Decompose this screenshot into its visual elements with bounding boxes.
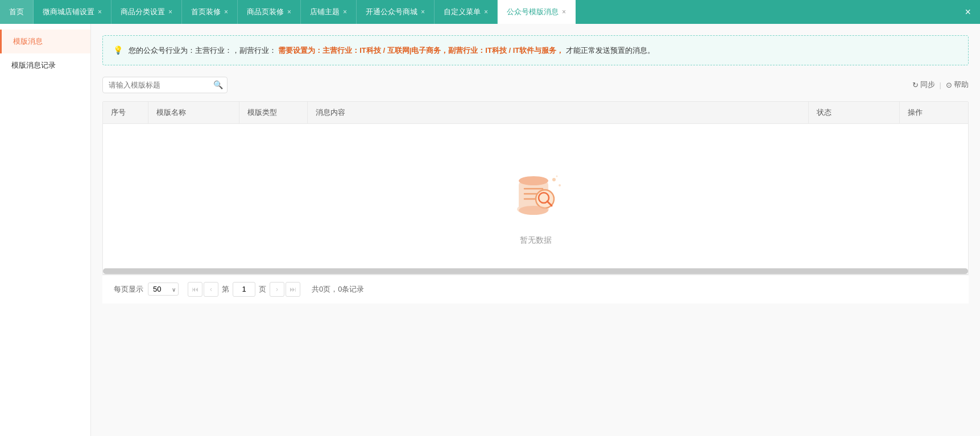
svg-point-9 — [552, 178, 556, 181]
page-nav: ⏮ ‹ 第 页 › ⏭ — [188, 282, 300, 297]
sidebar-item-template-msg-record-label: 模版消息记录 — [11, 61, 56, 69]
svg-point-12 — [519, 206, 548, 215]
tab-category-settings-label: 商品分类设置 — [121, 7, 165, 17]
table-header: 序号 模版名称 模版类型 消息内容 状态 操作 — [103, 102, 968, 124]
sync-help-area: ↻ 同步 | ⊙ 帮助 — [912, 80, 969, 90]
scrollbar-thumb[interactable] — [103, 268, 968, 274]
tab-bar: 首页 微商城店铺设置 × 商品分类设置 × 首页装修 × 商品页装修 × 店铺主… — [0, 0, 980, 24]
tab-home-decor-label: 首页装修 — [191, 7, 221, 17]
tab-product-decor[interactable]: 商品页装修 × — [238, 0, 301, 24]
search-icon[interactable]: 🔍 — [213, 80, 223, 89]
tab-store-settings-close[interactable]: × — [98, 8, 102, 16]
help-icon: ⊙ — [946, 81, 952, 89]
sidebar-item-template-msg[interactable]: 模版消息 — [0, 30, 90, 53]
sync-icon: ↻ — [912, 81, 919, 89]
tab-store-settings[interactable]: 微商城店铺设置 × — [34, 0, 111, 24]
svg-point-11 — [556, 175, 557, 177]
notice-prefix: 您的公众号行业为：主营行业：，副营行业： — [129, 46, 276, 55]
toolbar-divider: | — [940, 81, 941, 89]
main-layout: 模版消息 模版消息记录 💡 您的公众号行业为：主营行业：，副营行业： 需要设置为… — [0, 24, 980, 436]
tab-store-theme-close[interactable]: × — [343, 8, 347, 16]
tab-home-decor[interactable]: 首页装修 × — [182, 0, 238, 24]
horizontal-scrollbar[interactable] — [103, 268, 968, 274]
tab-open-mall[interactable]: 开通公众号商城 × — [357, 0, 435, 24]
global-close-btn[interactable]: × — [956, 6, 980, 18]
total-text: 共0页，0条记录 — [312, 284, 364, 294]
col-type: 模版类型 — [239, 102, 308, 123]
notice-icon: 💡 — [113, 45, 123, 55]
prev-page-btn[interactable]: ‹ — [204, 282, 218, 297]
empty-text: 暂无数据 — [520, 235, 552, 246]
empty-state: 暂无数据 — [103, 124, 968, 268]
svg-point-10 — [559, 184, 561, 186]
col-status: 状态 — [809, 102, 900, 123]
tab-open-mall-close[interactable]: × — [421, 8, 425, 16]
notice-highlight: 需要设置为：主营行业：IT科技 / 互联网|电子商务，副营行业：IT科技 / I… — [278, 46, 564, 55]
page-label-after: 页 — [259, 284, 266, 294]
help-button[interactable]: ⊙ 帮助 — [946, 80, 969, 90]
tab-home-label: 首页 — [9, 7, 24, 17]
col-action: 操作 — [900, 102, 968, 123]
tab-template-msg-label: 公众号模版消息 — [507, 7, 559, 17]
tab-custom-menu-label: 自定义菜单 — [444, 7, 481, 17]
notice-box: 💡 您的公众号行业为：主营行业：，副营行业： 需要设置为：主营行业：IT科技 /… — [102, 35, 969, 65]
data-table: 序号 模版名称 模版类型 消息内容 状态 操作 — [102, 101, 969, 275]
tab-custom-menu-close[interactable]: × — [484, 8, 488, 16]
help-label: 帮助 — [954, 80, 969, 90]
tab-category-settings-close[interactable]: × — [168, 8, 172, 16]
notice-suffix: 才能正常发送预置的消息。 — [566, 46, 655, 55]
first-page-btn[interactable]: ⏮ — [188, 282, 202, 297]
sidebar-item-template-msg-label: 模版消息 — [13, 37, 43, 45]
search-input-wrap: 🔍 — [102, 77, 228, 93]
tab-template-msg-close[interactable]: × — [562, 8, 566, 16]
next-page-btn[interactable]: › — [270, 282, 284, 297]
empty-illustration — [502, 158, 570, 226]
col-name: 模版名称 — [148, 102, 239, 123]
tab-category-settings[interactable]: 商品分类设置 × — [111, 0, 182, 24]
tab-store-theme[interactable]: 店铺主题 × — [301, 0, 357, 24]
page-input[interactable] — [233, 282, 255, 297]
tab-product-decor-close[interactable]: × — [287, 8, 291, 16]
tab-template-msg[interactable]: 公众号模版消息 × — [498, 0, 576, 24]
sidebar: 模版消息 模版消息记录 — [0, 24, 91, 436]
page-label-before: 第 — [222, 284, 229, 294]
tab-open-mall-label: 开通公众号商城 — [366, 7, 417, 17]
last-page-btn[interactable]: ⏭ — [286, 282, 300, 297]
page-size-wrap: 50 20 100 — [148, 283, 179, 296]
page-size-select[interactable]: 50 20 100 — [148, 283, 179, 296]
tab-home[interactable]: 首页 — [0, 0, 34, 24]
svg-point-2 — [519, 176, 548, 185]
col-content: 消息内容 — [308, 102, 809, 123]
tab-custom-menu[interactable]: 自定义菜单 × — [435, 0, 498, 24]
search-bar: 🔍 ↻ 同步 | ⊙ 帮助 — [102, 77, 969, 93]
sync-button[interactable]: ↻ 同步 — [912, 80, 935, 90]
col-index: 序号 — [103, 102, 148, 123]
content-area: 💡 您的公众号行业为：主营行业：，副营行业： 需要设置为：主营行业：IT科技 /… — [91, 24, 980, 436]
tab-product-decor-label: 商品页装修 — [247, 7, 284, 17]
tab-home-decor-close[interactable]: × — [224, 8, 228, 16]
sidebar-item-template-msg-record[interactable]: 模版消息记录 — [0, 53, 90, 77]
per-page-label: 每页显示 — [114, 284, 143, 294]
tab-store-theme-label: 店铺主题 — [310, 7, 340, 17]
tab-store-settings-label: 微商城店铺设置 — [43, 7, 94, 17]
pagination: 每页显示 50 20 100 ⏮ ‹ 第 页 › ⏭ 共0页，0条记录 — [102, 275, 969, 304]
search-input[interactable] — [102, 77, 228, 93]
sync-label: 同步 — [920, 80, 935, 90]
